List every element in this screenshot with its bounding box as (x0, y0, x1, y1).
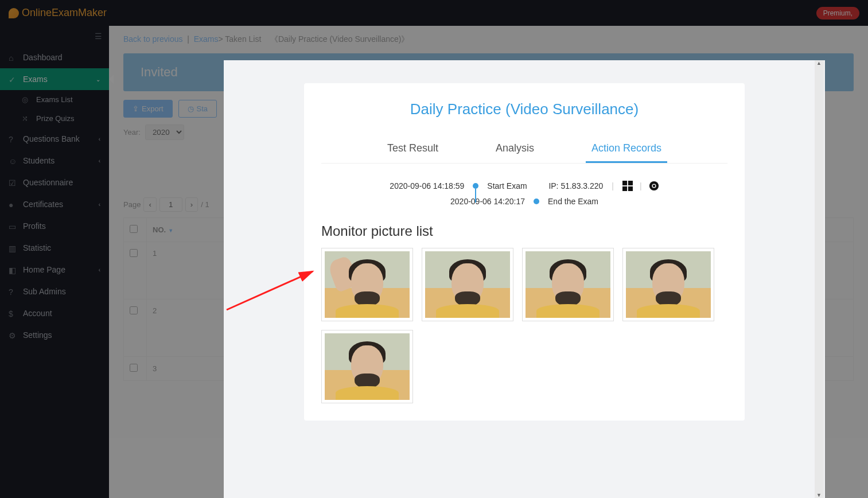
start-time: 2020-09-06 14:18:59 (390, 181, 464, 190)
end-time: 2020-09-06 14:20:17 (450, 197, 525, 206)
timeline: 2020-09-06 14:18:59 Start Exam IP: 51.83… (321, 181, 727, 206)
timeline-end: 2020-09-06 14:20:17 End the Exam (450, 197, 598, 206)
chrome-icon (649, 181, 659, 191)
modal-scrollbar[interactable] (815, 60, 824, 498)
windows-icon (622, 181, 633, 191)
monitor-section-title: Monitor picture list (321, 223, 727, 239)
monitor-thumb[interactable] (321, 248, 413, 321)
svg-rect-3 (628, 186, 633, 191)
dot-icon (534, 199, 539, 204)
exam-title: Daily Practice (Video Surveillance) (321, 100, 727, 118)
dot-icon (473, 183, 478, 189)
modal-content: Daily Practice (Video Surveillance) Test… (304, 83, 745, 421)
monitor-thumb[interactable] (422, 248, 513, 321)
svg-rect-0 (622, 181, 627, 185)
svg-rect-1 (628, 181, 633, 185)
monitor-thumb[interactable] (522, 248, 614, 321)
ip-label: IP: 51.83.3.220 (548, 181, 603, 190)
tab-test-result[interactable]: Test Result (382, 135, 444, 163)
tab-action-records[interactable]: Action Records (586, 135, 667, 163)
end-label: End the Exam (548, 197, 598, 206)
modal: Daily Practice (Video Surveillance) Test… (224, 60, 825, 498)
monitor-thumb[interactable] (321, 330, 413, 403)
monitor-thumbnails (321, 248, 727, 403)
monitor-thumb[interactable] (622, 248, 714, 321)
svg-point-6 (652, 185, 655, 188)
tab-analysis[interactable]: Analysis (490, 135, 540, 163)
timeline-start: 2020-09-06 14:18:59 Start Exam IP: 51.83… (390, 181, 659, 191)
start-label: Start Exam (487, 181, 527, 190)
tabs: Test Result Analysis Action Records (321, 135, 727, 164)
svg-rect-2 (622, 186, 627, 191)
